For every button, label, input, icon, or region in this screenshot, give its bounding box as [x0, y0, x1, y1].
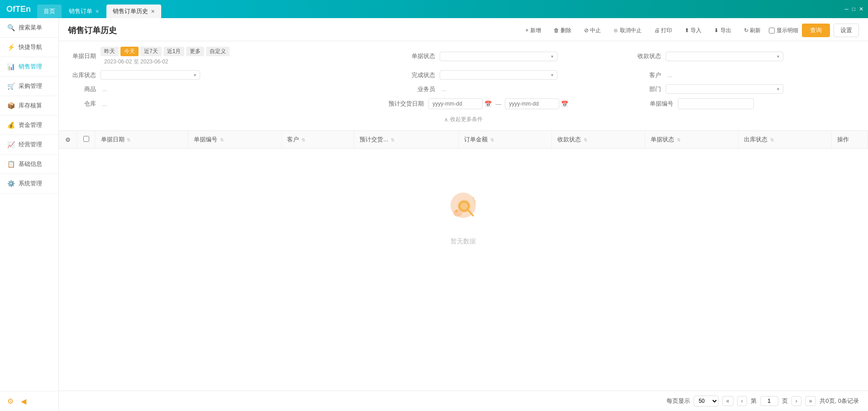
sidebar-item-purchase-mgmt[interactable]: 🛒 采购管理	[0, 77, 58, 96]
close-btn[interactable]: ✕	[859, 6, 863, 12]
outbound-status-select[interactable]: ▾	[101, 70, 200, 80]
stop-button[interactable]: ⊘ 中止	[580, 24, 605, 37]
display-detail-checkbox[interactable]	[769, 28, 775, 34]
date-chip-custom[interactable]: 自定义	[206, 47, 230, 56]
bill-status-label: 单据状态	[407, 52, 440, 60]
date-chip-1month[interactable]: 近1月	[163, 47, 185, 56]
last-page-button[interactable]: »	[805, 396, 816, 406]
sidebar-collapse-icon[interactable]: ◀	[21, 397, 26, 406]
th-operation-label: 操作	[837, 136, 849, 143]
sidebar-item-inventory[interactable]: 📦 库存核算	[0, 96, 58, 116]
sidebar-item-sales-mgmt[interactable]: 📊 销售管理	[0, 57, 58, 77]
sidebar-bottom: ⚙ ◀	[0, 391, 58, 411]
select-all-checkbox[interactable]	[83, 136, 89, 142]
th-outbound-status-sort-icon[interactable]: ⇅	[770, 137, 774, 142]
date-chip-today[interactable]: 今天	[120, 47, 139, 56]
date-chip-more[interactable]: 更多	[186, 47, 204, 56]
search-menu-icon: 🔍	[7, 24, 15, 31]
export-button[interactable]: ⬇ 导出	[710, 24, 735, 37]
th-outbound-status[interactable]: 出库状态 ⇅	[738, 131, 831, 149]
salesperson-select[interactable]: ...	[440, 86, 448, 92]
department-select[interactable]: ▾	[666, 84, 783, 94]
th-delivery-date-sort-icon[interactable]: ⇅	[391, 137, 394, 142]
warehouse-select[interactable]: ...	[101, 101, 109, 107]
outbound-status-arrow-icon: ▾	[194, 73, 196, 77]
sidebar-item-operations-label: 经营管理	[19, 140, 42, 149]
warehouse-label: 仓库	[68, 100, 101, 108]
product-label: 商品	[68, 85, 101, 93]
sidebar-settings-icon[interactable]: ⚙	[7, 397, 14, 406]
next-page-button[interactable]: ›	[791, 396, 801, 406]
tab-sales-order-history-close[interactable]: ✕	[151, 9, 155, 15]
page-input[interactable]	[760, 396, 778, 406]
sidebar-item-inventory-label: 库存核算	[19, 102, 42, 110]
th-bill-status[interactable]: 单据状态 ⇅	[645, 131, 739, 149]
th-receipt-status-sort-icon[interactable]: ⇅	[584, 137, 587, 142]
display-detail-checkbox-label[interactable]: 显示明细	[769, 27, 798, 34]
sidebar-item-search-menu-label: 搜索菜单	[19, 24, 42, 32]
sidebar-item-operations[interactable]: 📈 经营管理	[0, 135, 58, 155]
maximize-btn[interactable]: □	[852, 6, 855, 12]
department-arrow-icon: ▾	[777, 87, 779, 92]
sidebar-item-search-menu[interactable]: 🔍 搜索菜单	[0, 18, 58, 38]
delete-button[interactable]: 🗑 删除	[549, 24, 576, 37]
refresh-button[interactable]: ↻ 刷新	[739, 24, 765, 37]
date-chip-7days[interactable]: 近7天	[140, 47, 162, 56]
th-customer-sort-icon[interactable]: ⇅	[302, 137, 305, 142]
delivery-date-start-cal-icon[interactable]: 📅	[484, 101, 492, 107]
receipt-status-select[interactable]: ▾	[666, 52, 783, 61]
print-button[interactable]: 🖨 打印	[650, 24, 676, 37]
sidebar-item-system-mgmt[interactable]: ⚙️ 系统管理	[0, 174, 58, 193]
delivery-date-start-input[interactable]	[428, 98, 483, 109]
cancel-stop-button[interactable]: ⊙ 取消中止	[609, 24, 646, 37]
minimize-btn[interactable]: ─	[844, 6, 849, 12]
th-bill-status-sort-icon[interactable]: ⇅	[677, 137, 681, 142]
filter-cell-bill-no: 单据编号	[645, 98, 859, 109]
first-page-button[interactable]: «	[722, 396, 734, 406]
delivery-date-end-input[interactable]	[505, 98, 559, 109]
th-operation: 操作	[832, 131, 868, 149]
sidebar-item-basic-info[interactable]: 📋 基础信息	[0, 155, 58, 174]
th-bill-date-sort-icon[interactable]: ⇅	[127, 137, 130, 142]
settings-button[interactable]: 设置	[834, 24, 859, 37]
th-bill-date-label: 单据日期	[101, 136, 125, 143]
sidebar-item-capital[interactable]: 💰 资金管理	[0, 116, 58, 135]
th-receipt-status[interactable]: 收款状态 ⇅	[552, 131, 645, 149]
prev-page-button[interactable]: ‹	[737, 396, 747, 406]
query-button[interactable]: 查询	[802, 24, 830, 37]
tab-sales-order-close[interactable]: ✕	[95, 9, 99, 15]
complete-status-select[interactable]: ▾	[440, 70, 557, 80]
bill-no-input[interactable]	[678, 98, 754, 109]
th-checkbox[interactable]	[77, 131, 95, 149]
collapse-label: 收起更多条件	[450, 116, 483, 123]
th-bill-no[interactable]: 单据编号 ⇅	[188, 131, 282, 149]
new-button[interactable]: + 新增	[521, 24, 545, 37]
tab-sales-order-history[interactable]: 销售订单历史 ✕	[106, 5, 161, 18]
sidebar-item-quick-nav[interactable]: ⚡ 快捷导航	[0, 38, 58, 57]
product-select[interactable]: ...	[101, 86, 109, 92]
table-settings-icon[interactable]: ⚙	[65, 136, 71, 143]
collapse-row[interactable]: ∧ 收起更多条件	[68, 114, 859, 125]
import-button[interactable]: ⬆ 导入	[680, 24, 706, 37]
th-bill-date[interactable]: 单据日期 ⇅	[95, 131, 188, 149]
bill-status-select[interactable]: ▾	[440, 52, 557, 61]
data-table: ⚙ 单据日期 ⇅ 单据编号 ⇅	[59, 131, 868, 282]
customer-select[interactable]: ...	[666, 72, 674, 78]
th-customer[interactable]: 客户 ⇅	[282, 131, 354, 149]
th-delivery-date[interactable]: 预计交货... ⇅	[354, 131, 459, 149]
th-order-amount[interactable]: 订单金额 ⇅	[459, 131, 552, 149]
basic-info-icon: 📋	[7, 160, 15, 168]
tab-home[interactable]: 首页	[37, 5, 62, 18]
filter-cell-delivery-date: 预计交货日期 📅 — 📅	[388, 98, 645, 109]
tab-sales-order[interactable]: 销售订单 ✕	[62, 5, 106, 18]
th-settings[interactable]: ⚙	[59, 131, 77, 149]
date-chip-yesterday[interactable]: 昨天	[101, 47, 119, 56]
purchase-mgmt-icon: 🛒	[7, 82, 15, 90]
page-title: 销售订单历史	[68, 25, 517, 36]
th-bill-no-sort-icon[interactable]: ⇅	[220, 137, 224, 142]
per-page-select[interactable]: 50 10 20 100	[694, 396, 719, 406]
th-order-amount-sort-icon[interactable]: ⇅	[490, 137, 494, 142]
table-body: 暂无数据	[59, 149, 868, 282]
delivery-date-end-cal-icon[interactable]: 📅	[561, 101, 568, 107]
filter-cell-warehouse: 仓库 ...	[68, 100, 388, 108]
